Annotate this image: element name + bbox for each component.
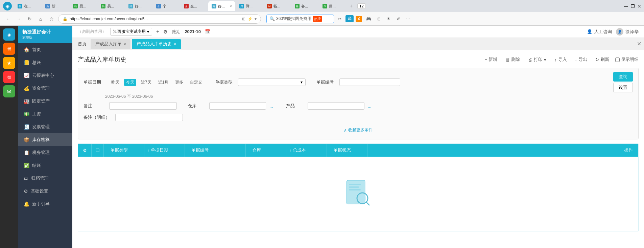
company-selector[interactable]: 江西服宝测试专用 ▾ (110, 28, 152, 36)
sidebar-item-report[interactable]: 📈 云报表中心 (18, 69, 72, 82)
sidebar-item-archive[interactable]: 🗂 归档管理 (18, 172, 72, 185)
product-input[interactable] (308, 102, 364, 110)
app-icon-weibo[interactable]: 微 (3, 71, 15, 83)
forward-button[interactable]: → (15, 15, 23, 23)
shortcut-today[interactable]: 今天 (124, 79, 136, 86)
tab-bill-list[interactable]: 产成品入库单 × (91, 39, 130, 49)
th-bill-type[interactable]: ↑ 单据类型 (104, 144, 144, 157)
app-icon-mail[interactable]: ✉ (3, 85, 15, 97)
sidebar-item-ledger[interactable]: 📒 总账 (18, 56, 72, 69)
home-button[interactable]: ⌂ (37, 15, 45, 23)
warehouse-input[interactable] (209, 102, 266, 110)
search-bar[interactable]: 🔍 360智能抠图免费用 热搜 (266, 15, 334, 23)
import-button[interactable]: ↑ 导入 (552, 55, 569, 64)
close-icon[interactable]: ✕ (638, 4, 641, 9)
shortcut-more[interactable]: 更多 (173, 79, 185, 86)
app-icon-star[interactable]: ★ (3, 57, 15, 69)
product-dots[interactable]: ... (366, 104, 374, 109)
sidebar-item-assets[interactable]: 🏭 固定资产 (18, 95, 72, 108)
browser-tab-12[interactable]: S 目... (319, 1, 346, 11)
back-button[interactable]: ← (4, 15, 12, 23)
show-columns-checkbox[interactable] (615, 58, 620, 62)
restore-icon[interactable]: ❐ (631, 4, 635, 9)
breadcrumb-home[interactable]: 首页 (75, 41, 89, 47)
browser-tab-4[interactable]: 易 易... (97, 1, 124, 11)
th-bill-date[interactable]: ↑ 单据日期 (144, 144, 185, 157)
sidebar-item-invoice[interactable]: 🧾 发票管理 (18, 120, 72, 133)
browser-tab-5[interactable]: 好 好... (125, 1, 152, 11)
th-checkbox[interactable]: ☐ (92, 144, 104, 157)
apps-icon[interactable]: ⊞ (375, 16, 383, 22)
browser-tab-2[interactable]: 新 新... (42, 1, 69, 11)
sidebar-item-inventory[interactable]: 📦 库存核算 (18, 133, 72, 146)
sidebar-item-settings[interactable]: ⚙ 基础设置 (18, 185, 72, 198)
shortcut-custom[interactable]: 自定义 (188, 79, 204, 86)
browser-tab-10[interactable]: M 畅... (264, 1, 291, 11)
more-icon[interactable]: ⋯ (404, 16, 412, 22)
sidebar-item-home[interactable]: 🏠 首页 (18, 43, 72, 56)
th-settings[interactable]: ⚙ (78, 144, 92, 157)
export-button[interactable]: ↓ 导出 (573, 55, 590, 64)
warehouse-dots[interactable]: ... (267, 104, 275, 109)
browser-tab-9[interactable]: 腾 腾... (236, 1, 263, 11)
url-bar[interactable]: 🔒 https://cloud.chanjet.com/accounting/u… (58, 14, 261, 24)
app-icon-chanjet[interactable]: 畅 (3, 43, 15, 55)
shortcut-yesterday[interactable]: 昨天 (109, 79, 121, 86)
shortcut-1month[interactable]: 近1月 (156, 79, 171, 86)
print-chevron[interactable]: ▾ (544, 57, 546, 62)
sidebar-item-newbill[interactable]: 🔔 新手引导 (18, 198, 72, 210)
bill-no-input[interactable] (339, 78, 400, 86)
collapse-button[interactable]: ∧ 收起更多条件 (84, 125, 633, 135)
support-button[interactable]: 👤 人工咨询 (587, 29, 612, 35)
query-button[interactable]: 查询 (613, 72, 633, 82)
browser-tab-3[interactable]: 易 易... (70, 1, 97, 11)
undo-icon[interactable]: ↺ (395, 16, 402, 22)
browser-tab-7[interactable]: 企 企... (181, 1, 208, 11)
th-bill-status[interactable]: ↑ 单据状态 (327, 144, 367, 157)
url-chevron-icon[interactable]: ▾ (255, 17, 257, 21)
export-label: 导出 (578, 57, 587, 63)
sidebar-item-checkout[interactable]: ✅ 结账 (18, 159, 72, 172)
remark-input[interactable] (109, 102, 177, 110)
app-icon-main[interactable]: ◉ (3, 28, 15, 41)
shortcut-7days[interactable]: 近7天 (139, 79, 153, 86)
translate-icon[interactable]: 译 (345, 15, 354, 22)
new-tab-button[interactable]: + (347, 2, 355, 10)
game-icon[interactable]: 🎮 (364, 16, 373, 22)
sidebar-item-tax[interactable]: 📋 税务管理 (18, 146, 72, 159)
delete-button[interactable]: 🗑 删除 (503, 55, 522, 64)
archive-icon: 🗂 (24, 176, 28, 181)
yuan-icon[interactable]: ¥ (356, 16, 362, 22)
tab-count[interactable]: 12 (357, 3, 365, 9)
print-button[interactable]: 🖨 打印 ▾ (526, 55, 548, 64)
browser-tab-1[interactable]: 在 在... (14, 1, 41, 11)
bookmark-button[interactable]: ☆ (47, 15, 55, 23)
th-warehouse[interactable]: ↑ 仓库 (246, 144, 286, 157)
settings-button[interactable]: 设置 (613, 83, 633, 92)
browser-tab-11[interactable]: 各 各... (291, 1, 318, 11)
th-total-cost[interactable]: ↑ 总成本 (286, 144, 327, 157)
panel-close-button[interactable]: ✕ (637, 41, 641, 47)
user-profile-button[interactable]: 👤 徐泽华 (616, 28, 639, 36)
tab-list-close[interactable]: × (124, 42, 126, 46)
scissors-icon[interactable]: ✂ (336, 16, 343, 22)
minimize-icon[interactable]: — (624, 4, 628, 9)
sidebar-item-salary[interactable]: 💵 工资 (18, 108, 72, 120)
gear-settings-button[interactable]: ⚙ (163, 29, 168, 35)
settings-icon: ⚙ (24, 188, 28, 194)
browser-tab-6[interactable]: 个 个... (153, 1, 180, 11)
refresh-button[interactable]: ↻ 刷新 (593, 55, 611, 64)
tab-8-close[interactable]: × (230, 4, 232, 8)
sidebar-item-finance[interactable]: 💰 资金管理 (18, 82, 72, 95)
th-bill-no[interactable]: ↑ 单据编号 (185, 144, 246, 157)
browser-tab-8[interactable]: 好 好... × (208, 1, 235, 11)
tab-history-close[interactable]: × (174, 42, 176, 46)
add-company-button[interactable]: + (156, 29, 159, 35)
bill-type-select[interactable]: ▾ (238, 78, 306, 86)
brightness-icon[interactable]: ☀ (385, 16, 392, 22)
add-button[interactable]: + 新增 (483, 55, 499, 64)
detail-remark-input[interactable] (115, 114, 183, 121)
calendar-icon[interactable]: 📅 (205, 29, 210, 34)
tab-bill-history[interactable]: 产成品入库单历史 × (132, 39, 181, 49)
refresh-button[interactable]: ↻ (26, 15, 34, 23)
